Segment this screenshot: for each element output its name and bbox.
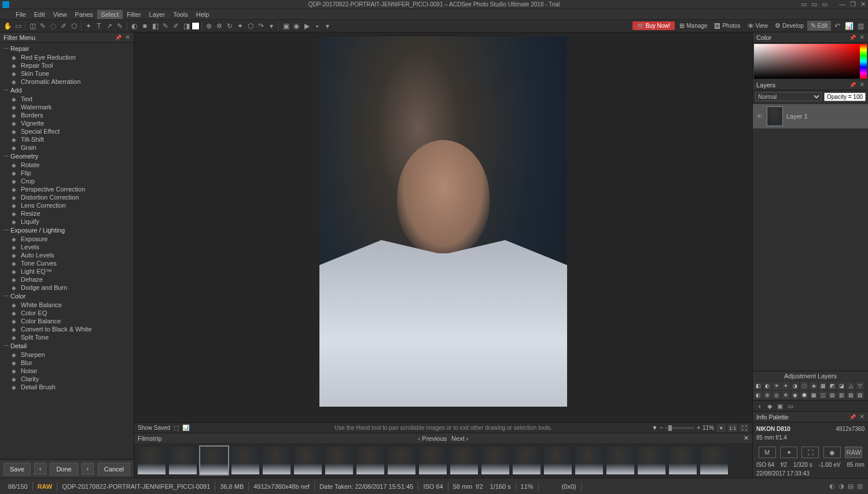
tree-group[interactable]: Detail [0,341,134,351]
tool-icon[interactable]: ⬡ [245,21,256,31]
menu-layer[interactable]: Layer [145,10,170,19]
menu-help[interactable]: Help [192,10,214,19]
tool-icon[interactable]: ✎ [38,21,48,31]
tree-item[interactable]: ◆Resize [0,209,134,217]
window-layout-icon[interactable]: ▭ [822,1,827,8]
undo-icon[interactable]: ↶ [832,21,843,31]
tool-icon[interactable]: ⊕ [204,21,214,31]
tool-icon[interactable]: ✐ [171,21,181,31]
pin-icon[interactable]: 📌 [849,414,856,420]
tool-icon[interactable]: ✎ [160,21,171,31]
tree-item[interactable]: ◆Clarity [0,375,134,383]
tree-item[interactable]: ◆Perspective Correction [0,185,134,193]
adj-icon[interactable]: ◈ [810,382,818,390]
adj-icon[interactable]: ▧ [847,391,855,399]
tree-item[interactable]: ◆Dodge and Burn [0,283,134,292]
tool-icon[interactable]: ⬡ [69,21,79,31]
tree-group[interactable]: Geometry [0,152,134,161]
tool-icon[interactable]: ■ [139,21,150,31]
thumbnail[interactable] [450,447,478,474]
viewport[interactable] [134,32,752,422]
thumbnail[interactable] [388,447,415,474]
adj-icon[interactable]: ▩ [810,391,818,399]
tool-icon[interactable]: ▾ [322,21,333,31]
tree-item[interactable]: ◆Levels [0,243,134,251]
tree-item[interactable]: ◆Detail Brush [0,383,134,391]
tree-item[interactable]: ◆Crop [0,177,134,185]
tree-item[interactable]: ◆Red Eye Reduction [0,53,134,61]
tool-icon[interactable]: ↗ [104,21,115,31]
histogram-icon[interactable]: 📊 [182,425,189,431]
tree-item[interactable]: ◆Color EQ [0,309,134,317]
tool-icon[interactable]: ✦ [83,21,94,31]
thumbnail[interactable] [544,447,572,474]
save-button[interactable]: Save [3,463,31,475]
minimize-icon[interactable]: — [839,1,845,8]
thumbnail[interactable] [138,447,165,474]
adj-icon[interactable]: ⬢ [800,391,808,399]
menu-tools[interactable]: Tools [169,10,192,19]
image-preview[interactable] [319,36,567,407]
thumbnail[interactable] [638,447,665,474]
tree-group[interactable]: Exposure / Lighting [0,226,134,235]
adj-icon[interactable]: ◧ [754,382,762,390]
cancel-button[interactable]: Cancel [98,463,130,475]
tree-item[interactable]: ◆Flip [0,169,134,177]
thumbnail[interactable] [263,447,290,474]
thumbnail[interactable] [481,447,509,474]
adj-icon[interactable]: △ [847,382,855,390]
add-layer-icon[interactable]: ＋ [755,402,763,410]
adj-icon[interactable]: ◐ [763,382,771,390]
visibility-icon[interactable]: 👁 [755,113,763,120]
tool-icon[interactable]: ◨ [181,21,192,31]
tree-item[interactable]: ◆Chromatic Aberration [0,78,134,86]
tree-item[interactable]: ◆Lens Correction [0,201,134,209]
adj-icon[interactable]: ⬡ [800,382,808,390]
tree-item[interactable]: ◆Repair Tool [0,61,134,69]
adj-icon[interactable]: ◫ [819,391,827,399]
window-layout-icon[interactable]: ▭ [811,1,817,8]
tool-icon[interactable]: ✲ [214,21,225,31]
sb-icon[interactable]: ◑ [837,482,846,491]
tree-item[interactable]: ◆Borders [0,111,134,119]
zoom-out-icon[interactable]: − [660,425,663,431]
tree-group[interactable]: Color [0,292,134,301]
tool-icon[interactable]: ✦ [235,21,245,31]
adj-icon[interactable]: ◩ [828,382,836,390]
tree-item[interactable]: ◆Auto Levels [0,251,134,259]
close-icon[interactable]: ✕ [859,81,865,89]
flatten-icon[interactable]: ▭ [786,402,795,410]
tool-icon[interactable]: ▣ [281,21,291,31]
adj-icon[interactable]: ▽ [856,382,864,390]
opacity-field[interactable]: Opacity = 100 [824,93,866,101]
adj-icon[interactable]: ⊕ [763,391,771,399]
adj-icon[interactable]: ◉ [791,391,799,399]
done-button[interactable]: Done [50,463,78,475]
tree-item[interactable]: ◆Grain [0,143,134,152]
tree-item[interactable]: ◆Exposure [0,235,134,243]
save-menu-chevron-icon[interactable]: ‹ [34,463,46,475]
tree-item[interactable]: ◆Rotate [0,161,134,169]
tool-icon[interactable]: ↷ [256,21,266,31]
thumbnail[interactable] [419,447,447,474]
thumbnail[interactable] [700,447,728,474]
menu-panes[interactable]: Panes [71,10,97,19]
tree-item[interactable]: ◆Convert to Black & White [0,325,134,333]
filter-tree[interactable]: Repair◆Red Eye Reduction◆Repair Tool◆Ski… [0,43,134,459]
tree-item[interactable]: ◆Light EQ™ [0,267,134,275]
color-picker[interactable] [754,44,867,79]
menu-edit[interactable]: Edit [30,10,49,19]
tool-icon[interactable]: ◐ [129,21,139,31]
tool-icon[interactable]: ▪ [312,21,322,31]
close-icon[interactable]: ✕ [125,34,130,41]
tree-item[interactable]: ◆Dehaze [0,275,134,283]
filmstrip[interactable] [134,443,752,478]
buy-now-button[interactable]: 🛒 Buy Now! [632,21,675,30]
tool-icon[interactable]: ◫ [27,21,38,31]
thumbnail[interactable] [231,447,259,474]
adj-icon[interactable]: ▤ [828,391,836,399]
tool-icon[interactable]: ▾ [266,21,277,31]
tree-item[interactable]: ◆Distortion Correction [0,193,134,201]
close-icon[interactable]: ✕ [859,34,865,41]
one-to-one-icon[interactable]: 1:1 [728,424,737,432]
